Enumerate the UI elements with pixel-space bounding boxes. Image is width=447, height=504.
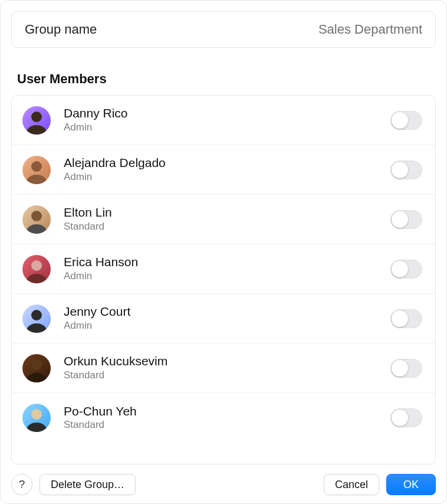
user-members-list[interactable]: Danny Rico Admin Alejandra Delgado Admin… xyxy=(11,95,436,464)
member-toggle[interactable] xyxy=(390,260,422,279)
member-name: Elton Lin xyxy=(64,205,390,220)
svg-point-2 xyxy=(31,211,42,221)
svg-point-6 xyxy=(31,409,42,420)
help-icon: ? xyxy=(19,478,25,491)
group-name-value: Sales Department xyxy=(318,22,422,37)
list-item: Alejandra Delgado Admin xyxy=(12,145,435,195)
help-button[interactable]: ? xyxy=(11,474,32,495)
list-item: Elton Lin Standard xyxy=(12,195,435,244)
member-text: Alejandra Delgado Admin xyxy=(64,155,390,184)
member-toggle[interactable] xyxy=(390,161,422,179)
avatar xyxy=(22,255,51,283)
member-name: Orkun Kucuksevim xyxy=(64,354,390,368)
dialog-footer: ? Delete Group… Cancel OK xyxy=(11,464,436,495)
member-text: Danny Rico Admin xyxy=(64,106,390,134)
member-role: Admin xyxy=(64,121,390,135)
svg-point-3 xyxy=(31,260,42,271)
member-role: Admin xyxy=(64,319,390,333)
member-role: Standard xyxy=(64,418,390,432)
avatar xyxy=(22,205,51,234)
avatar xyxy=(22,156,51,184)
cancel-button[interactable]: Cancel xyxy=(324,474,379,495)
member-text: Erica Hanson Admin xyxy=(64,254,390,283)
avatar xyxy=(22,305,51,333)
member-text: Jenny Court Admin xyxy=(64,304,390,332)
member-text: Orkun Kucuksevim Standard xyxy=(64,354,390,382)
member-name: Po-Chun Yeh xyxy=(64,404,390,418)
list-item: Jenny Court Admin xyxy=(12,294,435,343)
svg-point-4 xyxy=(31,310,42,320)
member-name: Jenny Court xyxy=(64,304,390,319)
member-toggle[interactable] xyxy=(390,309,422,328)
svg-point-0 xyxy=(31,112,42,122)
list-item: Orkun Kucuksevim Standard xyxy=(12,343,435,393)
member-text: Po-Chun Yeh Standard xyxy=(64,404,390,432)
member-role: Admin xyxy=(64,270,390,283)
ok-button[interactable]: OK xyxy=(386,474,436,495)
member-toggle[interactable] xyxy=(390,359,422,378)
avatar xyxy=(22,404,51,432)
svg-point-5 xyxy=(31,359,42,370)
member-role: Standard xyxy=(64,369,390,382)
avatar xyxy=(22,106,51,135)
group-name-label: Group name xyxy=(25,22,97,37)
member-toggle[interactable] xyxy=(390,111,422,130)
member-name: Danny Rico xyxy=(64,106,390,120)
avatar xyxy=(22,354,51,382)
member-name: Erica Hanson xyxy=(64,254,390,269)
member-role: Admin xyxy=(64,171,390,184)
svg-point-1 xyxy=(31,161,42,172)
user-members-heading: User Members xyxy=(17,71,436,87)
list-item: Danny Rico Admin xyxy=(12,96,435,145)
member-name: Alejandra Delgado xyxy=(64,155,390,170)
list-item: Erica Hanson Admin xyxy=(12,244,435,294)
delete-group-button[interactable]: Delete Group… xyxy=(40,474,136,495)
list-item: Po-Chun Yeh Standard xyxy=(12,393,435,443)
group-edit-dialog: Group name Sales Department User Members… xyxy=(0,0,447,504)
member-role: Standard xyxy=(64,220,390,234)
member-toggle[interactable] xyxy=(390,408,422,427)
group-name-row[interactable]: Group name Sales Department xyxy=(11,11,436,48)
member-toggle[interactable] xyxy=(390,210,422,229)
member-text: Elton Lin Standard xyxy=(64,205,390,233)
